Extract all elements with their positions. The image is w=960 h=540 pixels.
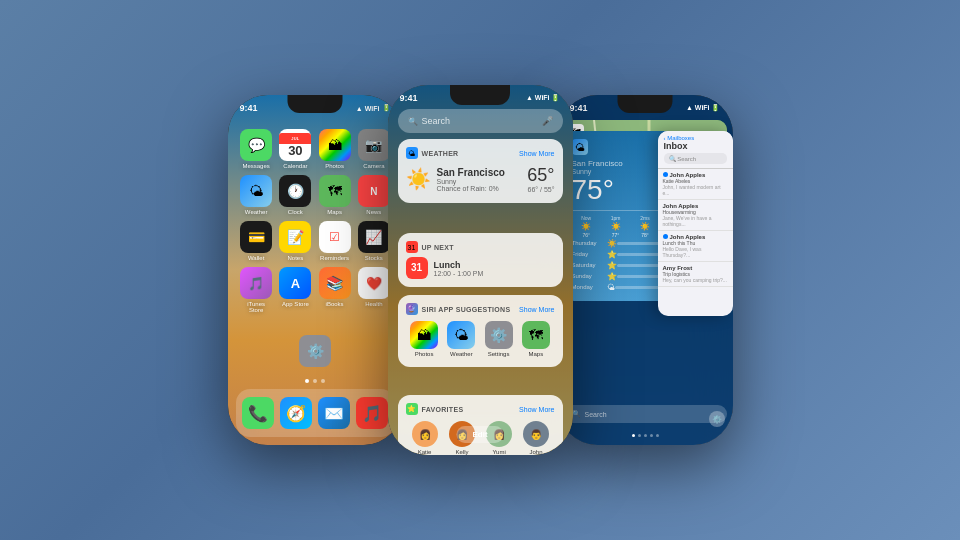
weather-widget-icon: 🌤	[406, 147, 418, 159]
app-camera[interactable]: 📷 Camera	[357, 129, 390, 169]
right-screen: 9:41 ▲ WiFi 🔋	[558, 95, 733, 445]
right-bottom-search[interactable]: 🔍 Search	[564, 405, 727, 423]
dock-music[interactable]: 🎵	[356, 397, 388, 429]
app-maps[interactable]: 🗺 Maps	[318, 175, 351, 215]
contact-john[interactable]: 👨 John 📞 iPhone	[523, 421, 549, 455]
siri-show-more[interactable]: Show More	[519, 306, 554, 313]
siri-maps-icon: 🗺	[522, 321, 550, 349]
app-reminders[interactable]: ☑ Reminders	[318, 221, 351, 261]
clock-label: Clock	[288, 209, 303, 215]
app-stocks[interactable]: 📈 Stocks	[357, 221, 390, 261]
weather-widget[interactable]: 🌤 WEATHER Show More ☀️ San Francisco Sun…	[398, 139, 563, 203]
app-calendar[interactable]: JUL 30 Calendar	[279, 129, 312, 169]
dock-mail[interactable]: ✉️	[318, 397, 350, 429]
siri-photos-label: Photos	[415, 351, 434, 357]
upnext-header: 31 UP NEXT	[406, 241, 555, 253]
weather-app-icon: 🌤	[572, 139, 588, 155]
weather-precip: Chance of Rain: 0%	[437, 185, 505, 192]
camera-label: Camera	[363, 163, 384, 169]
dock-safari[interactable]: 🧭	[280, 397, 312, 429]
iphone-center: 9:41 ▲ WiFi 🔋 🔍 Search 🎤 🌤	[388, 85, 573, 455]
app-appstore[interactable]: A App Store	[279, 267, 312, 313]
siri-header: 🔮 SIRI APP SUGGESTIONS Show More	[406, 303, 555, 315]
multitask-screen: 9:41 ▲ WiFi 🔋	[558, 95, 733, 445]
favorites-show-more[interactable]: Show More	[519, 406, 554, 413]
favorites-widget[interactable]: ⭐ FAVORITES Show More 👩 Katie ● Messages…	[398, 395, 563, 455]
weather-widget-name: WEATHER	[422, 150, 459, 157]
siri-title-row: 🔮 SIRI APP SUGGESTIONS	[406, 303, 511, 315]
upnext-event-info: Lunch 12:00 - 1:00 PM	[434, 260, 484, 277]
hour-2pm: 2ms ☀️ 78°	[640, 215, 650, 238]
time-left: 9:41	[240, 103, 258, 113]
app-photos[interactable]: 🏔 Photos	[318, 129, 351, 169]
favorites-name: FAVORITES	[422, 406, 464, 413]
weather-content: ☀️ San Francisco Sunny Chance of Rain: 0…	[406, 163, 555, 195]
dock-phone[interactable]: 📞	[242, 397, 274, 429]
weather-show-more[interactable]: Show More	[519, 150, 554, 157]
weather-icon: 🌤	[240, 175, 272, 207]
bottom-dots-right	[558, 434, 733, 437]
mail-preview-1: John, I wanted modern art e...	[663, 184, 728, 196]
edit-button[interactable]: Edit	[456, 426, 503, 443]
app-notes[interactable]: 📝 Notes	[279, 221, 312, 261]
unread-dot-3	[663, 234, 668, 239]
siri-app-maps[interactable]: 🗺 Maps	[522, 321, 550, 357]
favorites-title-row: ⭐ FAVORITES	[406, 403, 464, 415]
settings-area[interactable]: ⚙️	[228, 335, 403, 367]
mic-icon: 🎤	[542, 116, 553, 126]
mail-item-3[interactable]: John Apples Lunch this Thu Hello Dave, I…	[658, 231, 733, 262]
katie-name: Katie	[418, 449, 432, 455]
ibooks-label: iBooks	[326, 301, 344, 307]
calendar-icon: JUL 30	[279, 129, 311, 161]
app-itunes[interactable]: 🎵 iTunes Store	[240, 267, 273, 313]
weather-sun-icon: ☀️	[406, 167, 431, 191]
right-settings-button[interactable]: ⚙️	[709, 411, 725, 427]
mail-item-4[interactable]: Amy Frost Trip logistics Hey, can you ca…	[658, 262, 733, 287]
app-news[interactable]: N News	[357, 175, 390, 215]
app-health[interactable]: ❤️ Health	[357, 267, 390, 313]
mail-item-1[interactable]: John Apples Katie Abeles John, I wanted …	[658, 169, 733, 200]
news-label: News	[366, 209, 381, 215]
app-clock[interactable]: 🕐 Clock	[279, 175, 312, 215]
upnext-widget[interactable]: 31 UP NEXT 31 Lunch 12:00 - 1:00 PM	[398, 233, 563, 287]
time-center: 9:41	[400, 93, 418, 103]
john-name: John	[529, 449, 542, 455]
contact-katie[interactable]: 👩 Katie ● Messages	[411, 421, 438, 455]
weather-desc: Sunny	[437, 178, 505, 185]
center-screen: 9:41 ▲ WiFi 🔋 🔍 Search 🎤 🌤	[388, 85, 573, 455]
dot-2	[313, 379, 317, 383]
mail-search[interactable]: 🔍 Search	[664, 153, 727, 164]
search-text: Search	[422, 116, 538, 126]
bdot-1	[632, 434, 635, 437]
siri-app-photos[interactable]: 🏔 Photos	[410, 321, 438, 357]
app-ibooks[interactable]: 📚 iBooks	[318, 267, 351, 313]
app-messages[interactable]: 💬 Messages	[240, 129, 273, 169]
hour-1pm: 1pm ☀️ 77°	[611, 215, 621, 238]
upnext-content: 31 Lunch 12:00 - 1:00 PM	[406, 257, 555, 279]
page-dots-left	[228, 379, 403, 383]
siri-app-settings[interactable]: ⚙️ Settings	[485, 321, 513, 357]
reminders-label: Reminders	[320, 255, 349, 261]
app-grid: 💬 Messages JUL 30 Calendar 🏔 Photos	[236, 125, 395, 317]
today-search-bar[interactable]: 🔍 Search 🎤	[398, 109, 563, 133]
messages-label: Messages	[242, 163, 269, 169]
photos-label: Photos	[325, 163, 344, 169]
john-avatar: 👨	[523, 421, 549, 447]
appstore-label: App Store	[282, 301, 309, 307]
siri-weather-label: Weather	[450, 351, 473, 357]
siri-settings-icon: ⚙️	[485, 321, 513, 349]
notch-left	[288, 95, 343, 113]
siri-app-weather[interactable]: 🌤 Weather	[447, 321, 475, 357]
notes-icon: 📝	[279, 221, 311, 253]
mail-app-card[interactable]: ‹ Mailboxes Inbox 🔍 Search John Apples K…	[658, 131, 733, 316]
upnext-title-row: 31 UP NEXT	[406, 241, 454, 253]
iphone-right: 9:41 ▲ WiFi 🔋	[558, 95, 733, 445]
app-weather[interactable]: 🌤 Weather	[240, 175, 273, 215]
notes-label: Notes	[288, 255, 304, 261]
maps-label: Maps	[327, 209, 342, 215]
mail-preview-3: Hello Dave, I was Thursday?...	[663, 246, 728, 258]
mail-item-2[interactable]: John Apples Housewarming Jane, We've in …	[658, 200, 733, 231]
siri-widget[interactable]: 🔮 SIRI APP SUGGESTIONS Show More 🏔 Photo…	[398, 295, 563, 367]
app-wallet[interactable]: 💳 Wallet	[240, 221, 273, 261]
siri-weather-icon: 🌤	[447, 321, 475, 349]
